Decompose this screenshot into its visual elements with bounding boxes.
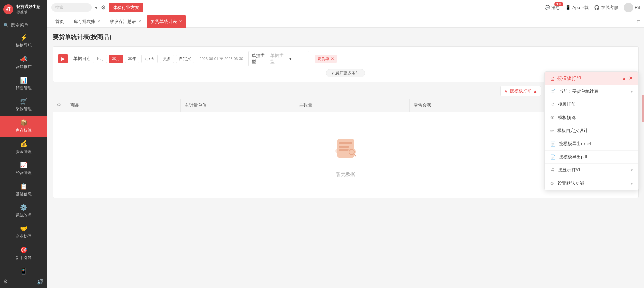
sidebar-item-sales[interactable]: 📊 销售管理 xyxy=(0,73,47,94)
dropdown-item-template-print[interactable]: 🖨 模板打印 xyxy=(545,98,638,111)
sidebar-item-system[interactable]: ⚙️ 系统管理 xyxy=(0,200,47,222)
template-print-dropdown: 🖨 按模板打印 ▲ ✕ 📄 当前：要货单统计表 ▾ 🖨 模板打印 xyxy=(544,71,639,190)
minimize-button[interactable]: ─ xyxy=(631,19,635,24)
logo-text: 畅捷通好生意 标准版 xyxy=(16,4,40,15)
dropdown-item-template-preview[interactable]: 👁 模板预览 xyxy=(545,111,638,124)
search-icon: 🔍 xyxy=(3,23,9,28)
dropdown-collapse-button[interactable]: ▲ xyxy=(622,75,626,82)
dropdown-arrow-icon: ▾ xyxy=(289,56,306,61)
enterprise-icon: 🤝 xyxy=(20,225,27,232)
topbar-right: 💬 消息 99+ 📱 App下载 🎧 在线客服 Rit xyxy=(545,3,640,12)
date-btn-last-7-days[interactable]: 近7天 xyxy=(141,55,158,63)
set-default-chevron: ▾ xyxy=(631,181,633,186)
display-print-chevron: ▾ xyxy=(631,168,633,173)
app-download-item[interactable]: 📱 App下载 xyxy=(565,5,589,11)
set-default-icon: ⚙ xyxy=(550,181,554,186)
online-service-item[interactable]: 🎧 在线客服 xyxy=(594,5,618,11)
date-label: 单据日期 xyxy=(73,56,91,62)
dropdown-section-set-default[interactable]: ⚙ 设置默认功能 ▾ xyxy=(545,177,638,190)
avatar-img xyxy=(624,3,633,12)
sidebar-menu: ⚡ 快捷导航 📣 营销推广 📊 销售管理 🛒 采购管理 📦 库存核算 💰 资金管… xyxy=(0,31,47,275)
filter-row: ▶ 单据日期 上月 本月 本年 近7天 更多 自定义 2023-06-01 至 … xyxy=(58,51,633,66)
sidebar-item-inventory[interactable]: 📦 库存核算 xyxy=(0,116,47,137)
topbar-search-box: 搜索 xyxy=(51,3,92,12)
table-col-retail: 零售金额 xyxy=(410,99,524,112)
table-col-product: 商品 xyxy=(66,99,181,112)
dropdown-close-button[interactable]: ✕ xyxy=(628,75,633,82)
operations-icon: 📈 xyxy=(20,161,27,169)
message-icon: 💬 xyxy=(545,5,550,10)
trial-button[interactable]: 体验行业方案 xyxy=(109,3,143,12)
finance-icon: 💰 xyxy=(20,140,27,148)
app-icon: 📱 xyxy=(565,5,571,10)
sidebar-item-enterprise[interactable]: 🤝 企业协同 xyxy=(0,222,47,243)
table-col-settings[interactable]: ⚙ xyxy=(53,99,66,112)
date-range: 2023-06-01 至 2023-06-30 xyxy=(200,56,243,61)
template-print-icon: 🖨 xyxy=(550,102,555,107)
template-print-button[interactable]: 🖨 按模板打印 ▲ xyxy=(500,86,541,96)
system-icon: ⚙️ xyxy=(20,204,27,211)
date-filter: 单据日期 上月 本月 本年 近7天 更多 自定义 xyxy=(73,55,194,63)
dropdown-item-template-custom[interactable]: ✏ 模板自定义设计 xyxy=(545,124,638,137)
tab-batch-accounts[interactable]: 库存批次账 ✕ xyxy=(69,15,105,28)
empty-state-text: 暂无数据 xyxy=(336,171,355,178)
export-excel-icon: 📄 xyxy=(550,141,556,147)
sidebar: 好 畅捷通好生意 标准版 🔍 搜索菜单 ⚡ 快捷导航 📣 营销推广 📊 销售管理… xyxy=(0,0,47,288)
sidebar-item-operations[interactable]: 📈 经营管理 xyxy=(0,158,47,179)
maximize-button[interactable]: □ xyxy=(637,19,640,24)
date-btn-more[interactable]: 更多 xyxy=(160,55,174,63)
topbar: 搜索 ▾ ⚙ 体验行业方案 💬 消息 99+ 📱 App下载 🎧 在线客服 Ri… xyxy=(47,0,644,15)
tab-home[interactable]: 首页 xyxy=(51,15,68,28)
tab-receipts-summary[interactable]: 收发存汇总表 ✕ xyxy=(106,15,145,28)
window-controls: ─ □ xyxy=(631,19,640,24)
tab-close-order-stats[interactable]: ✕ xyxy=(179,19,182,24)
quick-nav-icon: ⚡ xyxy=(20,34,27,41)
date-btn-custom[interactable]: 自定义 xyxy=(176,55,194,63)
basic-icon: 📋 xyxy=(20,183,27,190)
order-goods-tag: 要货单 ✕ xyxy=(315,55,337,63)
messages-item[interactable]: 💬 消息 99+ xyxy=(545,5,560,11)
settings-bottom-icon[interactable]: ⚙ xyxy=(3,278,8,285)
template-custom-icon: ✏ xyxy=(550,128,554,133)
topbar-settings-icon[interactable]: ⚙ xyxy=(101,4,106,11)
printer-header-icon: 🖨 xyxy=(550,76,555,81)
appstore-icon: 📱 xyxy=(20,267,27,275)
print-chevron-icon: ▲ xyxy=(533,89,537,94)
filter-expand-icon[interactable]: ▶ xyxy=(58,54,68,63)
topbar-dropdown-icon[interactable]: ▾ xyxy=(95,5,97,10)
template-preview-icon: 👁 xyxy=(550,115,555,120)
sidebar-item-guide[interactable]: 🎯 新手引导 xyxy=(0,243,47,264)
dropdown-item-template-export-pdf[interactable]: 📄 按模板导出pdf xyxy=(545,151,638,164)
sales-icon: 📊 xyxy=(20,76,27,84)
sidebar-search[interactable]: 🔍 搜索菜单 xyxy=(0,19,47,31)
order-type-filter[interactable]: 单据类型 单据类型 ▾ xyxy=(248,51,309,66)
sidebar-item-quick-nav[interactable]: ⚡ 快捷导航 xyxy=(0,31,47,52)
user-avatar[interactable]: Rit xyxy=(624,3,640,12)
date-btn-prev-month[interactable]: 上月 xyxy=(93,55,107,63)
svg-rect-3 xyxy=(339,146,349,148)
dropdown-current-template[interactable]: 📄 当前：要货单统计表 ▾ xyxy=(545,85,638,98)
purchase-icon: 🛒 xyxy=(20,98,27,105)
sound-bottom-icon[interactable]: 🔊 xyxy=(37,278,44,285)
tab-close-receipts-summary[interactable]: ✕ xyxy=(138,19,141,24)
table-col-unit: 主计量单位 xyxy=(181,99,295,112)
sidebar-bottom: ⚙ 🔊 xyxy=(0,275,47,288)
tabs-bar: 首页 库存批次账 ✕ 收发存汇总表 ✕ 要货单统计表 ✕ ─ □ xyxy=(47,15,644,28)
sidebar-item-marketing[interactable]: 📣 营销推广 xyxy=(0,52,47,73)
tab-order-stats[interactable]: 要货单统计表 ✕ xyxy=(147,15,186,28)
expand-conditions-btn[interactable]: ▾ 展开更多条件 xyxy=(326,69,365,77)
sidebar-item-finance[interactable]: 💰 资金管理 xyxy=(0,137,47,158)
tag-close-icon[interactable]: ✕ xyxy=(331,56,334,61)
sidebar-item-appstore[interactable]: 📱 应用中心 xyxy=(0,264,47,275)
dropdown-section-display-print[interactable]: 🖨 按显示打印 ▾ xyxy=(545,164,638,177)
sidebar-item-purchase[interactable]: 🛒 采购管理 xyxy=(0,94,47,116)
main-content: 搜索 ▾ ⚙ 体验行业方案 💬 消息 99+ 📱 App下载 🎧 在线客服 Ri… xyxy=(47,0,644,288)
display-print-icon: 🖨 xyxy=(550,167,555,173)
current-template-icon: 📄 xyxy=(550,89,556,94)
table-col-quantity: 主数量 xyxy=(295,99,409,112)
sidebar-item-basic[interactable]: 📋 基础信息 xyxy=(0,179,47,200)
dropdown-item-template-export-excel[interactable]: 📄 按模板导出excel xyxy=(545,137,638,151)
tab-close-batch-accounts[interactable]: ✕ xyxy=(97,19,100,24)
date-btn-current-month[interactable]: 本月 xyxy=(109,55,123,63)
date-btn-current-year[interactable]: 本年 xyxy=(125,55,139,63)
